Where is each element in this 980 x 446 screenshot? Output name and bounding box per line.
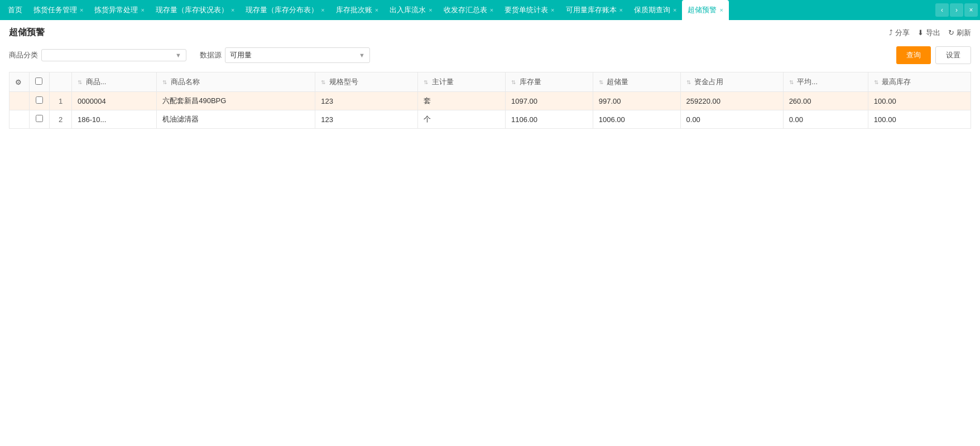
th-capital[interactable]: ⇅ 资金占用: [680, 72, 783, 92]
category-chevron-icon: ▼: [175, 52, 181, 59]
share-icon: ⤴: [889, 28, 893, 37]
nav-close-icon-abnormal[interactable]: ×: [141, 7, 144, 13]
td-product-code: 0000004: [72, 92, 157, 110]
td-unit: 个: [418, 110, 506, 129]
td-avg: 260.00: [783, 92, 868, 110]
sort-icon: ⇅: [599, 79, 603, 85]
category-label: 商品分类: [9, 50, 38, 60]
nav-close-icon-available[interactable]: ×: [619, 7, 623, 13]
nav-close-icon-recv[interactable]: ×: [490, 7, 493, 13]
td-product-code: 186-10...: [72, 110, 157, 129]
th-unit[interactable]: ⇅ 主计量: [418, 72, 506, 92]
td-gear: [9, 110, 30, 129]
th-gear[interactable]: ⚙: [9, 72, 30, 92]
datasource-label: 数据源: [200, 50, 222, 60]
datasource-chevron-icon: ▼: [359, 52, 365, 59]
export-button[interactable]: ⬇ 导出: [917, 28, 940, 38]
nav-close-icon-batch[interactable]: ×: [375, 7, 378, 13]
nav-item-recv[interactable]: 收发存汇总表×: [438, 0, 499, 20]
datasource-value: 可用量: [230, 50, 252, 60]
nav-bar: 首页拣货任务管理×拣货异常处理×现存量（库存状况表）×现存量（库存分布表）×库存…: [0, 0, 980, 20]
nav-item-available[interactable]: 可用量库存账本×: [560, 0, 628, 20]
td-overstock: 1006.00: [593, 110, 680, 129]
share-button[interactable]: ⤴ 分享: [889, 28, 910, 38]
th-overstock[interactable]: ⇅ 超储量: [593, 72, 680, 92]
td-capital: 259220.00: [680, 92, 783, 110]
nav-close-icon-task[interactable]: ×: [80, 7, 83, 13]
th-row-num: [50, 72, 72, 92]
nav-item-order-stat[interactable]: 要货单统计表×: [499, 0, 560, 20]
nav-item-inventory-dist[interactable]: 现存量（库存分布表）×: [240, 0, 330, 20]
header-actions: ⤴ 分享 ⬇ 导出 ↻ 刷新: [889, 28, 971, 38]
gear-icon: ⚙: [15, 78, 22, 86]
nav-item-batch[interactable]: 库存批次账×: [330, 0, 384, 20]
nav-close-icon-inout[interactable]: ×: [429, 7, 432, 13]
filter-row: 商品分类 ▼ 数据源 可用量 ▼ 查询 设置: [9, 46, 971, 64]
datasource-filter-group: 数据源 可用量 ▼: [200, 47, 370, 63]
td-checkbox[interactable]: [30, 92, 50, 110]
td-unit: 套: [418, 92, 506, 110]
nav-close-button[interactable]: ×: [964, 3, 978, 17]
data-table: ⚙ ⇅ 商品... ⇅ 商品名称 ⇅ 规格型号: [9, 72, 971, 129]
sort-icon: ⇅: [78, 79, 82, 85]
nav-item-home[interactable]: 首页: [2, 0, 28, 20]
settings-button[interactable]: 设置: [935, 46, 971, 64]
th-spec[interactable]: ⇅ 规格型号: [315, 72, 418, 92]
nav-next-button[interactable]: ›: [950, 3, 963, 17]
td-stock: 1106.00: [506, 110, 593, 129]
select-all-checkbox[interactable]: [35, 77, 42, 85]
nav-item-inout[interactable]: 出入库流水×: [384, 0, 438, 20]
export-icon: ⬇: [917, 28, 924, 37]
refresh-icon: ↻: [948, 28, 954, 37]
nav-item-overstock[interactable]: 超储预警×: [682, 0, 728, 20]
nav-close-icon-order-stat[interactable]: ×: [551, 7, 554, 13]
td-spec: 123: [315, 92, 418, 110]
td-checkbox[interactable]: [30, 110, 50, 129]
nav-close-icon-inventory-dist[interactable]: ×: [321, 7, 324, 13]
nav-close-icon-overstock[interactable]: ×: [719, 7, 723, 13]
sort-icon: ⇅: [511, 79, 516, 85]
datasource-select[interactable]: 可用量 ▼: [225, 47, 370, 63]
td-gear: [9, 92, 30, 110]
sort-icon: ⇅: [424, 79, 428, 85]
td-spec: 123: [315, 110, 418, 129]
td-avg: 0.00: [783, 110, 868, 129]
td-capital: 0.00: [680, 110, 783, 129]
table-header-row: ⚙ ⇅ 商品... ⇅ 商品名称 ⇅ 规格型号: [9, 72, 971, 92]
th-max-stock[interactable]: ⇅ 最高库存: [868, 72, 971, 92]
sort-icon: ⇅: [321, 79, 325, 85]
th-product-code[interactable]: ⇅ 商品...: [72, 72, 157, 92]
filter-actions: 查询 设置: [896, 46, 971, 64]
page-content: 超储预警 ⤴ 分享 ⬇ 导出 ↻ 刷新 商品分类 ▼ 数据源: [0, 20, 980, 446]
nav-close-icon-inventory-status[interactable]: ×: [231, 7, 234, 13]
category-select[interactable]: ▼: [41, 49, 186, 61]
th-product-name[interactable]: ⇅ 商品名称: [157, 72, 315, 92]
refresh-button[interactable]: ↻ 刷新: [948, 28, 971, 38]
sort-icon: ⇅: [162, 79, 167, 85]
table-row: 2186-10...机油滤清器123个1106.001006.000.000.0…: [9, 110, 971, 129]
td-product-name: 机油滤清器: [157, 110, 315, 129]
nav-arrows: ‹ › ×: [935, 3, 978, 17]
td-product-name: 六配套新昌490BPG: [157, 92, 315, 110]
td-row-num: 1: [50, 92, 72, 110]
td-row-num: 2: [50, 110, 72, 129]
nav-item-task[interactable]: 拣货任务管理×: [28, 0, 89, 20]
th-checkbox[interactable]: [30, 72, 50, 92]
th-avg[interactable]: ⇅ 平均...: [783, 72, 868, 92]
td-stock: 1097.00: [506, 92, 593, 110]
sort-icon: ⇅: [874, 79, 878, 85]
th-stock[interactable]: ⇅ 库存量: [506, 72, 593, 92]
nav-prev-button[interactable]: ‹: [935, 3, 949, 17]
td-max-stock: 100.00: [868, 92, 971, 110]
row-checkbox[interactable]: [36, 96, 43, 104]
nav-close-icon-quality[interactable]: ×: [673, 7, 676, 13]
nav-item-inventory-status[interactable]: 现存量（库存状况表）×: [150, 0, 240, 20]
row-checkbox[interactable]: [36, 115, 43, 122]
query-button[interactable]: 查询: [896, 46, 931, 64]
nav-item-quality[interactable]: 保质期查询×: [628, 0, 682, 20]
nav-item-abnormal[interactable]: 拣货异常处理×: [89, 0, 150, 20]
page-title: 超储预警: [9, 27, 45, 38]
category-filter-group: 商品分类 ▼: [9, 49, 186, 61]
sort-icon: ⇅: [686, 79, 691, 85]
sort-icon: ⇅: [789, 79, 794, 85]
